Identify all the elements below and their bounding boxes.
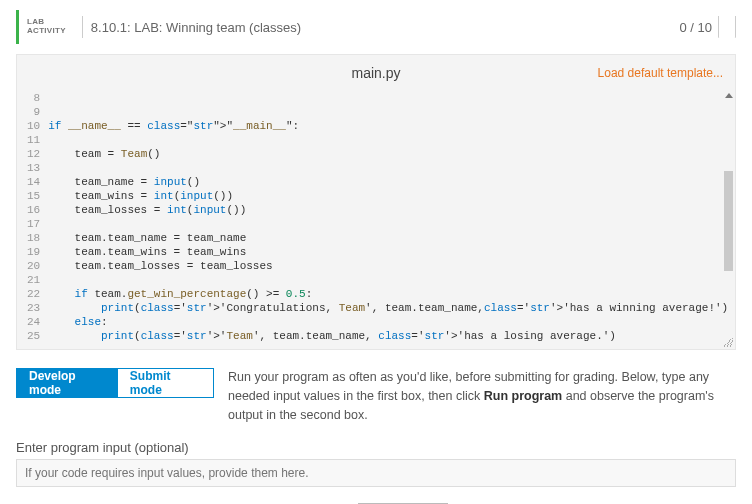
scrollbar[interactable] xyxy=(723,93,733,347)
lab-badge: LAB ACTIVITY xyxy=(27,18,66,36)
lab-badge-line2: ACTIVITY xyxy=(27,27,66,36)
lab-title: 8.10.1: LAB: Winning team (classes) xyxy=(91,20,680,35)
resize-handle-icon[interactable] xyxy=(723,337,733,347)
scroll-up-icon[interactable] xyxy=(725,93,733,98)
develop-mode-button[interactable]: Develop mode xyxy=(17,369,118,397)
code-header: main.py Load default template... xyxy=(17,55,735,91)
filename: main.py xyxy=(351,65,400,81)
mode-toggle: Develop mode Submit mode xyxy=(16,368,214,398)
instructions-bold: Run program xyxy=(484,389,562,403)
load-default-link[interactable]: Load default template... xyxy=(598,66,723,80)
code-area[interactable]: 8910111213141516171819202122232425 if __… xyxy=(17,91,735,349)
instructions: Run your program as often as you'd like,… xyxy=(228,368,736,424)
scroll-thumb[interactable] xyxy=(724,171,733,271)
mode-row: Develop mode Submit mode Run your progra… xyxy=(16,368,736,424)
score: 0 / 10 xyxy=(679,20,712,35)
input-label: Enter program input (optional) xyxy=(16,440,736,455)
bookmark-icon[interactable] xyxy=(718,16,736,38)
code-editor: main.py Load default template... 8910111… xyxy=(16,54,736,350)
lab-header: LAB ACTIVITY 8.10.1: LAB: Winning team (… xyxy=(16,10,736,44)
program-input[interactable] xyxy=(16,459,736,487)
submit-mode-button[interactable]: Submit mode xyxy=(118,369,213,397)
divider xyxy=(82,16,83,38)
line-gutter: 8910111213141516171819202122232425 xyxy=(17,91,48,349)
code-content[interactable]: if __name__ == class="str">"__main__": t… xyxy=(48,91,735,349)
